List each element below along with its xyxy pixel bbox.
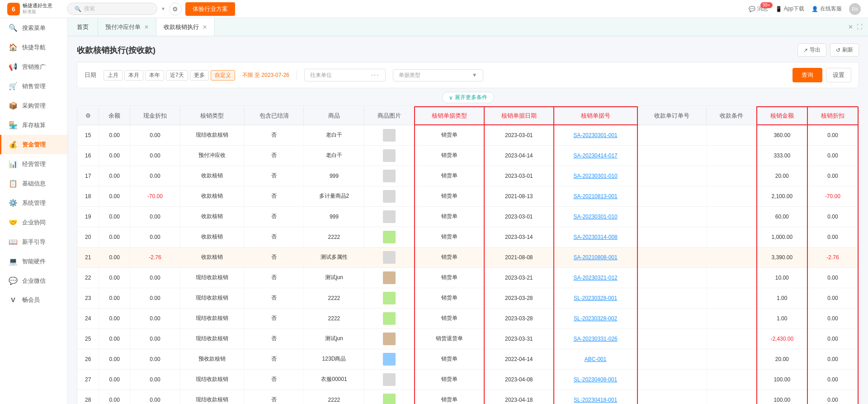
sidebar-item-guide[interactable]: 📖 新手引导 [0, 232, 67, 252]
window-close-icon[interactable]: ✕ [848, 24, 853, 30]
cell-bill-date: 2023-03-01 [484, 206, 554, 227]
cell-bill-no[interactable]: SA-20230301-010 [554, 166, 637, 186]
online-service[interactable]: 👤 在线客服 [811, 5, 842, 13]
sidebar-item-system[interactable]: ⚙️ 系统管理 [0, 193, 67, 213]
avatar[interactable]: Rit [849, 3, 861, 15]
date-btn-this-month[interactable]: 本月 [124, 70, 143, 81]
sidebar-item-marketing[interactable]: 📢 营销推广 [0, 57, 67, 76]
enterprise-icon: 🤝 [9, 218, 18, 227]
tab-home[interactable]: 首页 [68, 18, 98, 36]
cell-bill-no[interactable]: SA-20230414-017 [554, 145, 637, 166]
cell-order-no [637, 369, 707, 390]
cell-bill-date: 2023-03-31 [484, 328, 554, 349]
message-icon-wrapper[interactable]: 💬 消息 99+ [749, 5, 768, 13]
cell-bill-no[interactable]: SL-20230328-002 [554, 308, 637, 328]
table-row: 25 0.00 0.00 现结收款核销 否 测试jun 销货退货单 2023-0… [77, 328, 858, 349]
cell-bill-no[interactable]: SA-20230321-012 [554, 267, 637, 288]
sidebar-item-member[interactable]: V 畅会员 [0, 290, 67, 309]
industry-btn[interactable]: 体验行业方案 [185, 2, 235, 16]
window-expand-icon[interactable]: ⛶ [857, 24, 863, 30]
cell-bill-no[interactable]: SA-20210813-001 [554, 186, 637, 206]
sidebar-item-label: 库存核算 [22, 121, 46, 129]
expand-more-label: 展开更多条件 [455, 94, 487, 101]
cell-id: 15 [77, 125, 99, 145]
sidebar-item-sales[interactable]: 🛒 销售管理 [0, 76, 67, 96]
cell-type: 收款核销 [180, 206, 245, 227]
settings-button[interactable]: 设置 [826, 68, 851, 82]
date-btn-more[interactable]: 更多 [190, 70, 209, 81]
cell-bill-no[interactable]: SA-20210808-001 [554, 247, 637, 267]
dropdown-arrow-icon[interactable]: ▼ [161, 6, 165, 11]
cell-goods: 测试多属性 [304, 247, 364, 267]
unit-filter[interactable]: 往来单位 ··· [304, 69, 386, 81]
cell-bill-no[interactable]: SL-20230418-001 [554, 390, 637, 404]
cell-condition [706, 308, 756, 328]
cell-discount: 0.00 [130, 328, 180, 349]
refresh-button[interactable]: ↺ 刷新 [830, 43, 859, 57]
expand-more-button[interactable]: ∨ 展开更多条件 [442, 92, 494, 103]
cell-bill-no[interactable]: SL-20230408-001 [554, 369, 637, 390]
sidebar-item-search[interactable]: 🔍 搜索菜单 [0, 18, 67, 38]
cell-condition [706, 328, 756, 349]
cell-condition [706, 145, 756, 166]
cell-id: 17 [77, 166, 99, 186]
sidebar-item-basicinfo[interactable]: 📋 基础信息 [0, 174, 67, 193]
sidebar-item-label: 企业协同 [22, 219, 46, 227]
cell-included: 否 [245, 328, 304, 349]
service-icon: 👤 [811, 6, 818, 12]
unit-placeholder: 往来单位 [310, 71, 332, 79]
cell-bill-type: 销货单 [415, 349, 484, 369]
tab-prepay[interactable]: 预付冲应付单 ✕ [98, 18, 156, 36]
sidebar-item-quicknav[interactable]: 🏠 快捷导航 [0, 38, 67, 57]
type-filter[interactable]: 单据类型 ▼ [393, 69, 483, 81]
cell-id: 16 [77, 145, 99, 166]
app-download[interactable]: 📱 App下载 [775, 5, 804, 13]
cell-balance: 0.00 [99, 349, 130, 369]
cell-write-off-discount: 0.00 [807, 227, 858, 247]
cell-balance: 0.00 [99, 328, 130, 349]
cell-type: 现结收款核销 [180, 125, 245, 145]
search-box-top[interactable]: 🔍 搜索 [67, 3, 157, 15]
cell-bill-no[interactable]: SA-20230301-010 [554, 206, 637, 227]
cell-included: 否 [245, 247, 304, 267]
app-download-label: App下载 [784, 5, 804, 13]
export-button[interactable]: ↗ 导出 [797, 43, 826, 57]
cell-bill-type: 销货单 [415, 247, 484, 267]
sidebar-item-purchase[interactable]: 📦 采购管理 [0, 96, 67, 115]
date-btn-custom[interactable]: 自定义 [211, 70, 235, 81]
tab-collection[interactable]: 收款核销执行 ✕ [156, 18, 215, 36]
sidebar-item-finance[interactable]: 💰 资金管理 [0, 135, 67, 154]
date-btn-7days[interactable]: 近7天 [166, 70, 188, 81]
search-icon: 🔍 [75, 6, 81, 12]
cell-bill-no[interactable]: SA-20230331-026 [554, 328, 637, 349]
cell-amount: 20.00 [757, 349, 807, 369]
cell-balance: 0.00 [99, 369, 130, 390]
marketing-icon: 📢 [9, 62, 18, 71]
date-filter-label: 日期 [85, 71, 96, 79]
search-placeholder: 搜索 [84, 5, 95, 13]
cell-bill-no[interactable]: SA-20230314-008 [554, 227, 637, 247]
tab-collection-close[interactable]: ✕ [203, 24, 207, 30]
date-btn-this-year[interactable]: 本年 [145, 70, 164, 81]
sidebar-item-enterprise[interactable]: 🤝 企业协同 [0, 213, 67, 232]
cell-amount: 3,390.00 [757, 247, 807, 267]
date-btn-last-month[interactable]: 上月 [104, 70, 123, 81]
cell-bill-no[interactable]: SL-20230328-001 [554, 288, 637, 308]
cell-bill-no[interactable]: SA-20230301-001 [554, 125, 637, 145]
cell-img [364, 227, 415, 247]
cell-included: 否 [245, 125, 304, 145]
cell-bill-no[interactable]: ABC-001 [554, 349, 637, 369]
cell-order-no [637, 206, 707, 227]
cell-id: 27 [77, 369, 99, 390]
sidebar-item-operations[interactable]: 📊 经营管理 [0, 154, 67, 174]
cell-write-off-discount: 0.00 [807, 308, 858, 328]
sidebar-item-wechat[interactable]: 💬 企业微信 [0, 271, 67, 290]
sidebar-item-inventory[interactable]: 🏪 库存核算 [0, 115, 67, 135]
th-settings[interactable]: ⚙ [77, 107, 99, 125]
query-button[interactable]: 查询 [793, 68, 822, 82]
tab-prepay-close[interactable]: ✕ [144, 24, 149, 30]
gear-button[interactable]: ⚙ [169, 3, 182, 15]
cell-goods: 老白干 [304, 145, 364, 166]
sidebar-item-hardware[interactable]: 💻 智能硬件 [0, 252, 67, 271]
cell-bill-date: 2023-04-08 [484, 369, 554, 390]
